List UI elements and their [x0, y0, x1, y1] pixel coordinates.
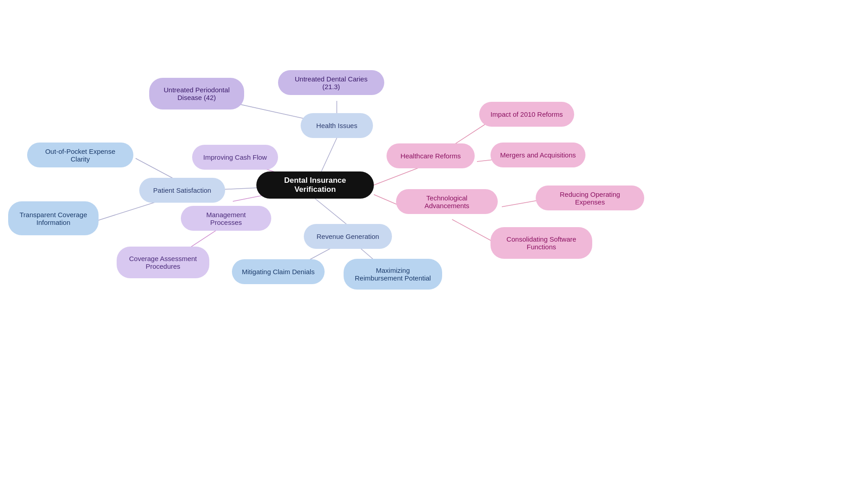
improving-cash-flow-node[interactable]: Improving Cash Flow — [192, 145, 278, 170]
mitigating-claim-node[interactable]: Mitigating Claim Denials — [232, 259, 325, 284]
untreated-caries-node[interactable]: Untreated Dental Caries (21.3) — [278, 70, 384, 95]
consolidating-software-node[interactable]: Consolidating Software Functions — [491, 227, 592, 259]
patient-satisfaction-node[interactable]: Patient Satisfaction — [139, 178, 225, 203]
transparent-coverage-node[interactable]: Transparent Coverage Information — [8, 201, 99, 235]
technological-node[interactable]: Technological Advancements — [396, 189, 498, 214]
coverage-assessment-node[interactable]: Coverage Assessment Procedures — [117, 247, 209, 278]
untreated-periodontal-node[interactable]: Untreated Periodontal Disease (42) — [149, 78, 244, 109]
center-node[interactable]: Dental Insurance Verification — [256, 171, 374, 199]
svg-line-16 — [502, 200, 540, 207]
impact-reforms-node[interactable]: Impact of 2010 Reforms — [479, 102, 574, 127]
healthcare-reforms-node[interactable]: Healthcare Reforms — [387, 143, 475, 168]
svg-line-9 — [315, 199, 349, 226]
revenue-generation-node[interactable]: Revenue Generation — [304, 224, 392, 249]
out-of-pocket-node[interactable]: Out-of-Pocket Expense Clarity — [27, 143, 133, 167]
maximizing-reimbursement-node[interactable]: Maximizing Reimbursement Potential — [344, 259, 442, 290]
management-processes-node[interactable]: Management Processes — [181, 206, 271, 231]
mergers-node[interactable]: Mergers and Acquisitions — [491, 143, 585, 167]
health-issues-node[interactable]: Health Issues — [301, 113, 373, 138]
reducing-expenses-node[interactable]: Reducing Operating Expenses — [536, 186, 644, 210]
